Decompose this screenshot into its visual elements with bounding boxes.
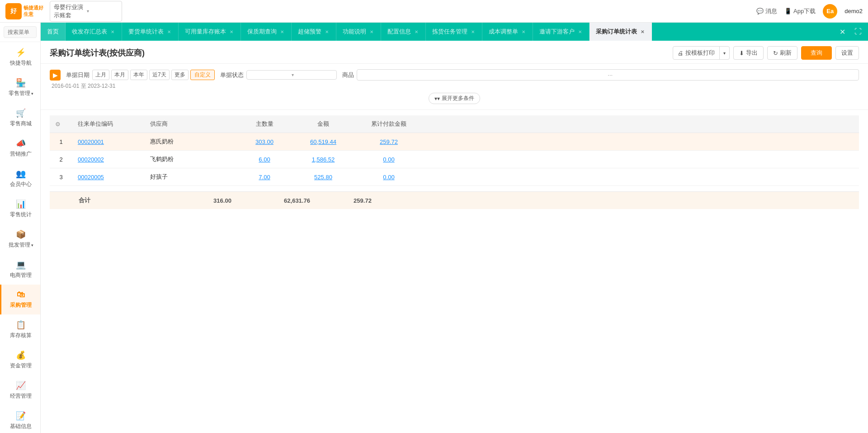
sidebar-item-finance[interactable]: 💰 资金管理	[0, 345, 40, 375]
sidebar-item-member[interactable]: 👥 会员中心	[0, 163, 40, 194]
shortcut-this-month[interactable]: 本月	[111, 70, 128, 80]
amount-value[interactable]: 525.80	[314, 174, 332, 181]
tab-purchase-stat[interactable]: 采购订单统计表 ✕	[590, 23, 652, 41]
tab-stock-book[interactable]: 可用量库存账本 ✕	[179, 23, 241, 41]
tab-home[interactable]: 首页	[41, 23, 66, 41]
tab-label: 成本调整单	[489, 28, 518, 36]
user-name[interactable]: demo2	[844, 8, 863, 14]
logo-area: 好 畅捷通好生意	[5, 3, 46, 19]
download-label: App下载	[793, 7, 816, 15]
shortcut-this-year[interactable]: 本年	[130, 70, 147, 80]
settings-button[interactable]: 设置	[835, 46, 859, 60]
print-main[interactable]: 🖨 按模板打印	[673, 47, 720, 59]
sidebar-item-ecommerce[interactable]: 💻 电商管理	[0, 254, 40, 285]
code-value[interactable]: 00020001	[78, 138, 104, 145]
tab-close-icon[interactable]: ✕	[369, 29, 374, 35]
print-icon: 🖨	[678, 50, 684, 57]
message-button[interactable]: 💬 消息	[756, 7, 777, 15]
sidebar-item-retail-mgmt[interactable]: 🏪 零售管理 ▾	[0, 72, 40, 103]
custom-date-badge[interactable]: 自定义	[190, 70, 215, 80]
sidebar-item-purchase[interactable]: 🛍 采购管理	[0, 285, 40, 314]
tab-config[interactable]: 配置信息 ✕	[381, 23, 426, 41]
sidebar-item-wholesale[interactable]: 📦 批发管理 ▾	[0, 224, 40, 254]
tab-shelf-query[interactable]: 保质期查询 ✕	[241, 23, 292, 41]
tab-close-icon[interactable]: ✕	[229, 29, 234, 35]
sidebar-item-label: 营销推广	[10, 151, 32, 157]
amount-value[interactable]: 60,519.44	[310, 138, 336, 145]
sidebar-item-quick-nav[interactable]: ⚡ 快捷导航	[0, 42, 40, 72]
date-filter: 单据日期 上月 本月 本年 近7天 更多 自定义	[66, 70, 215, 80]
workspace-selector[interactable]: 母婴行业演示账套 ▾	[50, 1, 122, 22]
status-select[interactable]: ▾	[246, 70, 337, 80]
print-button[interactable]: 🖨 按模板打印 ▾	[673, 46, 730, 60]
sidebar-item-operation[interactable]: 📈 经营管理	[0, 375, 40, 405]
paid-value[interactable]: 0.00	[383, 156, 394, 163]
tab-close-icon[interactable]: ✕	[166, 29, 172, 35]
maximize-icon[interactable]: ⛶	[852, 27, 864, 37]
tab-goods-stat[interactable]: 要货单统计表 ✕	[122, 23, 179, 41]
tab-close-icon[interactable]: ✕	[640, 29, 645, 35]
tab-close-icon[interactable]: ✕	[110, 29, 115, 35]
export-label: 导出	[746, 49, 758, 57]
sidebar-item-marketing[interactable]: 📣 营销推广	[0, 133, 40, 163]
tab-task-mgmt[interactable]: 拣货任务管理 ✕	[426, 23, 482, 41]
sidebar-item-basic-info[interactable]: 📝 基础信息	[0, 405, 40, 433]
sidebar-item-retail-shop[interactable]: 🛒 零售商城	[0, 103, 40, 133]
purchase-icon: 🛍	[3, 290, 38, 300]
tab-func-desc[interactable]: 功能说明 ✕	[336, 23, 381, 41]
row-supplier: 惠氏奶粉	[145, 133, 235, 151]
tab-close-icon[interactable]: ✕	[577, 29, 583, 35]
row-code: 00020001	[72, 133, 145, 151]
col-header-label: 供应商	[150, 120, 168, 127]
qty-value[interactable]: 6.00	[259, 156, 270, 163]
sidebar-item-retail-stat[interactable]: 📊 零售统计	[0, 194, 40, 224]
marketing-icon: 📣	[3, 138, 38, 148]
tab-close-icon[interactable]: ✕	[470, 29, 476, 35]
more-options-icon[interactable]: ···	[608, 71, 855, 78]
supplier-value: 飞鹤奶粉	[150, 156, 174, 162]
tab-invite-customer[interactable]: 邀请下游客户 ✕	[533, 23, 590, 41]
app-download-button[interactable]: 📱 App下载	[784, 7, 816, 15]
tab-close-icon[interactable]: ✕	[279, 29, 285, 35]
paid-value[interactable]: 0.00	[383, 174, 394, 181]
tab-collect-pay[interactable]: 收发存汇总表 ✕	[66, 23, 122, 41]
table-row: 1 00020001 惠氏奶粉 303.00	[50, 133, 859, 151]
status-filter-label: 单据状态	[220, 71, 244, 79]
tab-close-icon[interactable]: ✕	[414, 29, 419, 35]
refresh-button[interactable]: ↻ 刷新	[767, 46, 797, 60]
sidebar: ⚡ 快捷导航 🏪 零售管理 ▾ 🛒 零售商城 📣 营销推广 👥 会员中心 📊 零…	[0, 23, 41, 433]
search-input[interactable]	[4, 26, 37, 38]
print-arrow[interactable]: ▾	[720, 48, 729, 58]
amount-value[interactable]: 1,586.52	[312, 156, 335, 163]
close-tab-icon[interactable]: ✕	[837, 27, 848, 37]
footer-qty: 316.00	[177, 197, 268, 204]
sidebar-item-inventory[interactable]: 📋 库存核算	[0, 314, 40, 345]
shortcut-more[interactable]: 更多	[171, 70, 189, 80]
shortcut-7days[interactable]: 近7天	[149, 70, 170, 80]
expand-more-button[interactable]: ▾▾ 展开更多条件	[429, 93, 480, 104]
code-value[interactable]: 00020002	[78, 156, 104, 163]
query-button[interactable]: 查询	[801, 46, 832, 60]
goods-input[interactable]: ···	[357, 69, 859, 81]
sidebar-item-label: 快捷导航	[10, 60, 32, 66]
paid-value[interactable]: 259.72	[380, 138, 398, 145]
filter-collapse-button[interactable]: ▶	[50, 70, 61, 81]
code-value[interactable]: 00020005	[78, 174, 104, 181]
col-header-label: 金额	[317, 120, 329, 127]
tab-overstock[interactable]: 超储预警 ✕	[292, 23, 336, 41]
shortcut-last-month[interactable]: 上月	[92, 70, 109, 80]
qty-value[interactable]: 7.00	[259, 174, 270, 181]
sidebar-item-label: 会员中心	[10, 181, 32, 187]
tab-label: 采购订单统计表	[596, 28, 637, 36]
qty-value[interactable]: 303.00	[255, 138, 274, 145]
tab-cost-adj[interactable]: 成本调整单 ✕	[482, 23, 533, 41]
avatar[interactable]: Ea	[823, 4, 837, 19]
tab-close-icon[interactable]: ✕	[521, 29, 526, 35]
table-settings-icon[interactable]: ⚙	[55, 121, 61, 128]
row-supplier: 飞鹤奶粉	[145, 151, 235, 168]
print-label: 按模板打印	[685, 49, 715, 57]
tab-close-icon[interactable]: ✕	[324, 29, 330, 35]
query-label: 查询	[811, 49, 822, 56]
row-extra	[425, 151, 859, 168]
export-button[interactable]: ⬇ 导出	[733, 46, 764, 60]
